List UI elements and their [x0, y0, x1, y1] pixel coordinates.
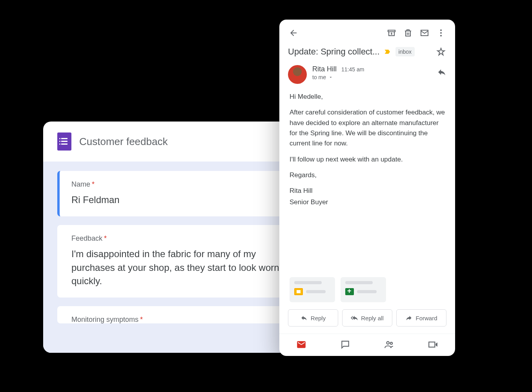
form-label: Monitoring symptoms*	[71, 316, 300, 323]
forms-app-icon	[57, 132, 71, 151]
field-label-text: Name	[71, 180, 90, 188]
nav-spaces[interactable]	[367, 339, 411, 350]
reply-all-icon	[351, 314, 358, 321]
mail-icon	[420, 28, 429, 38]
action-row: Reply Reply all Forward	[279, 309, 455, 334]
slides-icon	[294, 288, 303, 295]
reply-button[interactable]: Reply	[288, 309, 338, 327]
attachment-subtitle-placeholder	[306, 290, 326, 293]
subject-row: Update: Spring collect... inbox	[279, 42, 455, 63]
sheets-icon	[345, 288, 354, 295]
archive-button[interactable]	[386, 27, 397, 38]
form-label: Feedback*	[71, 234, 300, 243]
delete-button[interactable]	[403, 27, 414, 38]
required-asterisk: *	[92, 180, 95, 188]
svg-point-3	[440, 35, 442, 36]
attachment-title-placeholder	[345, 281, 373, 284]
required-asterisk: *	[140, 316, 143, 323]
svg-point-1	[440, 29, 442, 31]
more-vert-icon	[436, 28, 446, 38]
video-icon	[428, 339, 439, 350]
email-subject: Update: Spring collect...	[288, 47, 380, 57]
attachment-title-placeholder	[294, 281, 322, 284]
reply-icon-button[interactable]	[437, 65, 446, 84]
forward-button[interactable]: Forward	[396, 309, 446, 327]
bottom-nav	[279, 334, 455, 356]
sender-avatar[interactable]	[288, 65, 307, 84]
reply-icon	[301, 314, 308, 321]
form-field-feedback[interactable]: Feedback* I'm disappointed in the fabric…	[57, 225, 312, 298]
to-text: to me	[312, 74, 326, 80]
mail-filled-icon	[296, 339, 306, 350]
mark-unread-button[interactable]	[419, 27, 430, 38]
required-asterisk: *	[104, 234, 107, 242]
form-value[interactable]: Ri Feldman	[71, 193, 300, 207]
chevron-down-icon	[328, 75, 333, 80]
attachment-slides[interactable]	[290, 277, 335, 302]
more-button[interactable]	[435, 27, 446, 38]
sender-to[interactable]: to me	[312, 74, 432, 80]
nav-meet[interactable]	[411, 339, 455, 350]
inbox-label[interactable]: inbox	[395, 47, 415, 56]
form-field-name[interactable]: Name* Ri Feldman	[57, 171, 312, 216]
important-icon[interactable]	[384, 48, 392, 55]
email-body: Hi Medelle, After careful consideration …	[279, 89, 455, 275]
sender-info: Rita Hill 11:45 am to me	[312, 65, 432, 84]
field-label-text: Monitoring symptoms	[71, 316, 138, 323]
arrow-back-icon	[289, 28, 298, 38]
reply-all-button[interactable]: Reply all	[342, 309, 392, 327]
sender-time: 11:45 am	[341, 66, 364, 73]
star-button[interactable]	[435, 46, 446, 57]
forward-label: Forward	[415, 315, 437, 321]
gmail-topbar	[279, 20, 455, 42]
field-label-text: Feedback	[71, 234, 102, 242]
reply-icon	[437, 67, 446, 77]
attachment-sheets[interactable]	[341, 277, 386, 302]
form-value[interactable]: I'm disappointed in the fabric for many …	[71, 247, 300, 288]
forms-title: Customer feedback	[79, 136, 168, 148]
attachments-row	[279, 275, 455, 309]
trash-icon	[403, 28, 413, 38]
back-button[interactable]	[288, 27, 299, 38]
archive-icon	[387, 28, 396, 38]
svg-rect-6	[429, 342, 435, 347]
nav-chat[interactable]	[323, 339, 367, 350]
svg-point-2	[440, 32, 442, 34]
people-icon	[383, 339, 395, 350]
reply-all-label: Reply all	[361, 315, 384, 321]
email-paragraph: I'll follow up next week with an update.	[290, 154, 445, 165]
sender-name: Rita Hill	[312, 65, 337, 73]
signature-title: Senior Buyer	[290, 197, 445, 207]
email-paragraph: After careful consideration of customer …	[290, 107, 445, 149]
svg-point-4	[387, 341, 390, 344]
attachment-subtitle-placeholder	[357, 290, 377, 293]
reply-label: Reply	[311, 315, 326, 321]
gmail-panel: Update: Spring collect... inbox Rita Hil…	[279, 20, 455, 356]
email-greeting: Hi Medelle,	[290, 92, 445, 102]
chat-icon	[340, 339, 350, 350]
sender-row: Rita Hill 11:45 am to me	[279, 63, 455, 89]
svg-point-5	[390, 342, 392, 344]
form-field-monitoring[interactable]: Monitoring symptoms*	[57, 306, 312, 323]
nav-mail[interactable]	[279, 339, 323, 350]
form-label: Name*	[71, 180, 300, 189]
star-outline-icon	[436, 47, 446, 56]
email-closing: Regards,	[290, 170, 445, 180]
signature-name: Rita Hill	[290, 186, 445, 196]
forward-icon	[405, 314, 412, 321]
